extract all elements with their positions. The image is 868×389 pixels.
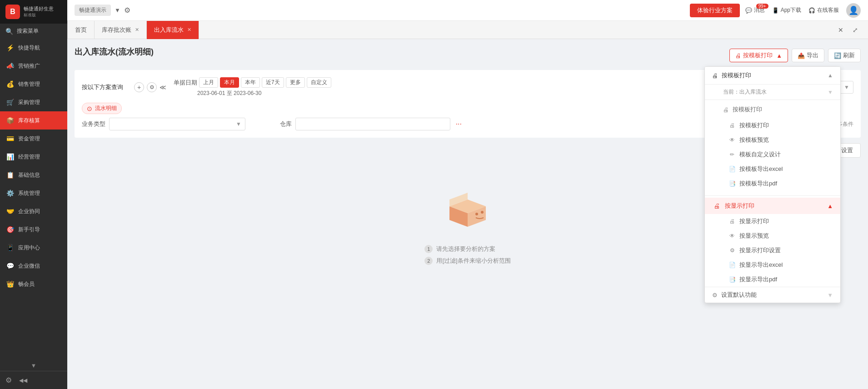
- sidebar-item-quick-nav[interactable]: ⚡ 快捷导航: [0, 39, 67, 57]
- sidebar-item-app-center[interactable]: 📱 应用中心: [0, 239, 67, 257]
- template-preview-item[interactable]: 👁 按模板预览: [705, 133, 840, 147]
- tab-batch-account[interactable]: 库存批次账 ✕: [95, 21, 147, 39]
- sidebar-item-marketing[interactable]: 📣 营销推广: [0, 57, 67, 75]
- print-dropdown-header: 🖨 按模板打印 ▲: [705, 67, 840, 85]
- sidebar-item-purchase[interactable]: 🛒 采购管理: [0, 93, 67, 111]
- display-print-items: 🖨 按显示打印 👁 按显示预览 ⚙ 按显示打印设置 📄: [705, 214, 840, 287]
- display-print-header[interactable]: 🖨 按显示打印 ▲: [705, 198, 840, 214]
- date-range: 2023-06-01 至 2023-06-30: [197, 90, 331, 97]
- refresh-icon: 🔄: [834, 52, 841, 59]
- sidebar-item-member[interactable]: 👑 畅会员: [0, 275, 67, 293]
- export-btn[interactable]: 📤 导出: [792, 49, 824, 62]
- footer-arrow: ▼: [827, 292, 833, 299]
- sidebar-item-finance[interactable]: 💳 资金管理: [0, 130, 67, 148]
- empty-steps: 1 请先选择要分析的方案 2 用[过滤]条件来缩小分析范围: [424, 245, 510, 269]
- footer-settings-icon: ⚙: [712, 292, 718, 299]
- print-dropdown: 🖨 按模板打印 ▲ 当前：出入库流水 ▼ 🖨 按模板打印: [704, 66, 841, 303]
- sidebar-item-operations[interactable]: 📊 经营管理: [0, 148, 67, 166]
- date-btn-this-year[interactable]: 本年: [241, 77, 260, 88]
- print-dropdown-collapse[interactable]: ▲: [828, 72, 833, 79]
- print-footer-btn[interactable]: ⚙ 设置默认功能 ▼: [705, 287, 840, 303]
- step-num-2: 2: [424, 257, 433, 265]
- warehouse-field: 仓库 ···: [280, 118, 462, 130]
- current-arrow: ▼: [828, 89, 833, 95]
- display-print-collapse: ▲: [827, 203, 833, 209]
- print-divider: [705, 195, 840, 196]
- guide-icon: 🎯: [5, 225, 15, 234]
- current-selection: 当前：出入库流水 ▼: [705, 85, 840, 100]
- sidebar-settings-icon[interactable]: ⚙: [5, 376, 12, 384]
- online-service-btn[interactable]: 🎧 在线客服: [808, 6, 839, 14]
- user-section: 畅捷通演示 ▼ ⚙: [75, 5, 684, 16]
- template-print-icon: 🖨: [723, 106, 729, 113]
- date-btn-this-month[interactable]: 本月: [220, 77, 239, 88]
- basic-info-icon: 📋: [5, 170, 15, 180]
- search-menu[interactable]: 🔍 搜索菜单: [0, 24, 67, 39]
- print-icon: 🖨: [735, 52, 741, 59]
- template-customize-item[interactable]: ✏ 模板自定义设计: [705, 147, 840, 162]
- sidebar-item-system[interactable]: ⚙️ 系统管理: [0, 184, 67, 202]
- tab-home[interactable]: 首页: [67, 21, 95, 39]
- template-export-pdf-item[interactable]: 📑 按模板导出pdf: [705, 176, 840, 191]
- date-btn-more[interactable]: 更多: [286, 77, 305, 88]
- sidebar-scroll-down[interactable]: ▼: [0, 360, 67, 371]
- display-print-icon: 🖨: [728, 218, 736, 225]
- refresh-btn[interactable]: 🔄 刷新: [828, 49, 861, 62]
- date-btn-last-month[interactable]: 上月: [199, 77, 218, 88]
- user-info[interactable]: 畅捷通演示: [75, 5, 111, 16]
- template-customize-icon: ✏: [728, 151, 736, 158]
- warehouse-more-btn[interactable]: ···: [456, 120, 462, 128]
- svg-point-5: [481, 211, 484, 214]
- user-avatar[interactable]: 👤: [846, 3, 861, 18]
- cooperation-icon: 🤝: [5, 207, 15, 216]
- tab-batch-account-close[interactable]: ✕: [135, 27, 139, 33]
- sidebar-collapse-icon[interactable]: ◀◀: [19, 377, 27, 384]
- display-preview-icon: 👁: [728, 232, 736, 239]
- sidebar-item-cooperation[interactable]: 🤝 企业协同: [0, 202, 67, 220]
- page-header-actions: 🖨 按模板打印 ▲ 📤 导出 🔄 刷新: [729, 49, 861, 62]
- sidebar-item-inventory[interactable]: 📦 库存核算: [0, 111, 67, 130]
- member-icon: 👑: [5, 279, 15, 289]
- display-print-item[interactable]: 🖨 按显示打印: [705, 214, 840, 229]
- inventory-icon: 📦: [5, 116, 15, 125]
- date-btn-custom[interactable]: 自定义: [307, 77, 331, 88]
- filter-collapse-btn[interactable]: ≪: [160, 84, 166, 91]
- empty-illustration: [445, 190, 490, 236]
- export-icon: 📤: [798, 52, 805, 59]
- user-dropdown-icon[interactable]: ▼: [115, 7, 120, 14]
- svg-point-4: [475, 213, 478, 215]
- business-type-input[interactable]: ▼: [109, 118, 245, 130]
- display-export-pdf-item[interactable]: 📑 按显示导出pdf: [705, 272, 840, 287]
- display-print-settings-item[interactable]: ⚙ 按显示打印设置: [705, 243, 840, 258]
- template-print-header[interactable]: 🖨 按模板打印: [705, 102, 840, 117]
- sidebar-item-basic-info[interactable]: 📋 基础信息: [0, 166, 67, 184]
- warehouse-input[interactable]: [295, 118, 450, 130]
- filter-settings-btn[interactable]: ⚙: [147, 82, 157, 92]
- topbar-settings-icon[interactable]: ⚙: [124, 6, 130, 15]
- tab-flow[interactable]: 出入库流水 ✕: [147, 21, 199, 39]
- tabs-bar: 首页 库存批次账 ✕ 出入库流水 ✕ ✕ ⤢: [67, 21, 868, 39]
- sidebar-bottom: ⚙ ◀◀: [0, 371, 67, 389]
- messages-btn[interactable]: 💬 消息 99+: [745, 6, 765, 14]
- sidebar-item-wechat[interactable]: 💬 企业微信: [0, 257, 67, 275]
- template-export-excel-item[interactable]: 📄 按模板导出excel: [705, 162, 840, 176]
- date-filter-label: 单据日期: [174, 79, 197, 87]
- sales-icon: 💰: [5, 80, 15, 89]
- trial-button[interactable]: 体验行业方案: [690, 4, 740, 17]
- display-preview-item[interactable]: 👁 按显示预览: [705, 229, 840, 243]
- print-btn[interactable]: 🖨 按模板打印 ▲: [729, 49, 788, 62]
- system-icon: ⚙️: [5, 189, 15, 198]
- filter-add-btn[interactable]: +: [134, 82, 144, 92]
- app-download-btn[interactable]: 📱 App下载: [772, 6, 801, 14]
- print-dropdown-arrow: ▲: [776, 52, 782, 59]
- window-close-btn[interactable]: ✕: [835, 25, 846, 35]
- tab-flow-close[interactable]: ✕: [187, 27, 191, 33]
- display-export-excel-item[interactable]: 📄 按显示导出excel: [705, 258, 840, 272]
- date-btn-7days[interactable]: 近7天: [262, 77, 284, 88]
- sidebar-item-guide[interactable]: 🎯 新手引导: [0, 220, 67, 239]
- sidebar-item-sales[interactable]: 💰 销售管理: [0, 75, 67, 93]
- template-export-pdf-icon: 📑: [728, 180, 736, 187]
- filter-scheme-tag[interactable]: ⊙ 流水明细: [82, 103, 122, 114]
- template-print-item[interactable]: 🖨 按模板打印: [705, 118, 840, 133]
- window-expand-btn[interactable]: ⤢: [850, 25, 861, 35]
